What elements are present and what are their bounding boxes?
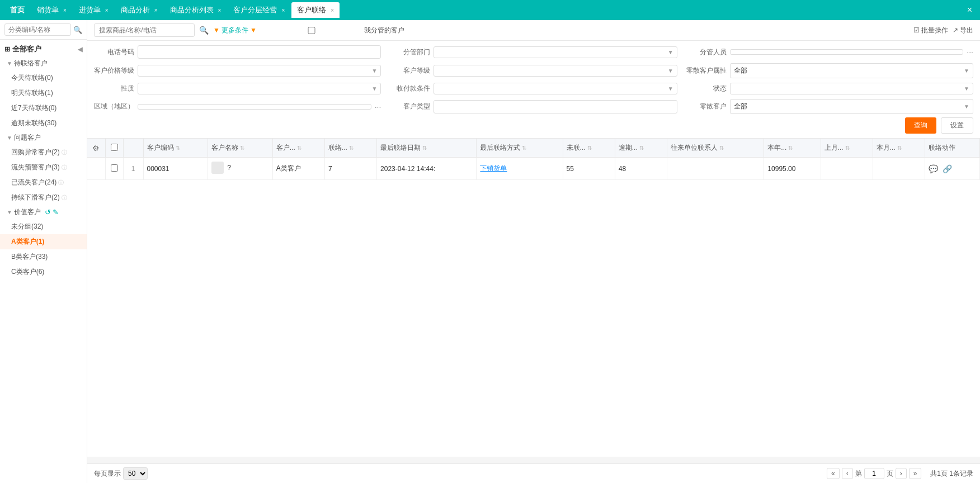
nav-product-analysis[interactable]: 商品分析 × [115,2,163,18]
last-page-button[interactable]: » [909,468,922,479]
sort-uncontacted-icon[interactable]: ⇅ [587,145,592,151]
sort-contact-icon[interactable]: ⇅ [349,145,354,151]
more-filter-button[interactable]: ▼ 更多条件 ▼ [213,26,257,35]
filter-bar-right: ☑ 批量操作 ↗ 导出 [913,26,973,35]
sidebar-search-icon[interactable]: 🔍 [73,26,82,34]
nav-sales-order[interactable]: 销货单 × [31,2,72,18]
sidebar-item-tomorrow-contact[interactable]: 明天待联络(1) [0,86,87,101]
sort-overdue-icon[interactable]: ⇅ [639,145,644,151]
close-all-button[interactable]: × [964,5,976,15]
sort-last-method-icon[interactable]: ⇅ [522,145,526,151]
page-number-input[interactable] [864,468,884,479]
arrow-down-icon: ▼ [7,60,12,67]
prev-page-button[interactable]: ‹ [842,468,853,479]
first-page-button[interactable]: « [827,468,840,479]
page-size-select[interactable]: 50 [123,467,148,480]
customer-name-cell: ? [211,162,231,174]
sidebar-item-7days-contact[interactable]: 近7天待联络(0) [0,101,87,116]
sidebar-group-pending-contact[interactable]: ▼ 待联络客户 [0,56,87,70]
filter-status-select[interactable]: ▼ [730,83,973,94]
sidebar-item-a-class[interactable]: A类客户(1) [0,234,87,249]
sidebar: 🔍 ⊞ 全部客户 ◀ ▼ 待联络客户 今天待联络(0) 明天待联络(1) 近7天… [0,20,87,483]
chevron-down-status: ▼ [964,86,969,92]
filter-price-level: 客户价格等级 ▼ [94,63,381,78]
th-level: 客户... ⇅ [272,139,324,158]
next-page-button[interactable]: › [896,468,907,479]
filter-manager-select[interactable] [730,49,964,55]
sort-contacts-icon[interactable]: ⇅ [719,145,724,151]
sidebar-item-repurchase-abnormal[interactable]: 回购异常客户(2) ⓘ [0,145,87,160]
filter-dept-select[interactable]: ▼ [434,46,677,58]
table-gear-icon[interactable]: ⚙ [92,144,100,153]
filter-retail-attr-select[interactable]: 全部 ▼ [730,63,973,78]
filter-status-label: 状态 [686,84,727,93]
link-action-icon[interactable]: 🔗 [943,164,952,173]
nav-product-analysis-list[interactable]: 商品分析列表 × [164,2,227,18]
message-action-icon[interactable]: 💬 [929,164,938,173]
export-icon: ↗ [953,26,958,34]
select-all-checkbox[interactable] [111,144,118,151]
horizontal-scrollbar[interactable] [87,457,980,463]
sidebar-item-churn-warning[interactable]: 流失预警客户(3) ⓘ [0,160,87,175]
td-contact: 7 [324,158,376,180]
th-checkbox [105,139,123,158]
sort-this-year-icon[interactable]: ⇅ [788,145,793,151]
action-icons: 💬 🔗 [929,164,976,173]
td-contacts [667,158,764,180]
filter-phone-input[interactable] [138,45,381,59]
my-customer-checkbox[interactable]: 我分管的客户 [261,26,404,35]
td-last-method: 下销货单 [477,158,563,180]
collapse-sidebar-button[interactable]: ◀ [78,46,82,53]
sort-code-icon[interactable]: ⇅ [176,145,180,151]
filter-retail-customer-select[interactable]: 全部 ▼ [730,99,973,114]
nav-customer-tier[interactable]: 客户分层经营 × [228,2,290,18]
close-customer-tier-icon[interactable]: × [281,7,285,13]
customer-avatar [211,162,224,174]
filter-manager-dots[interactable]: ··· [967,48,973,56]
filter-region-select[interactable] [138,104,371,110]
sidebar-item-b-class[interactable]: B类客户(33) [0,249,87,264]
sidebar-item-c-class[interactable]: C类客户(6) [0,264,87,280]
sidebar-item-declining[interactable]: 持续下滑客户(2) ⓘ [0,190,87,205]
sidebar-item-churned[interactable]: 已流失客户(24) ⓘ [0,175,87,190]
sidebar-item-today-contact[interactable]: 今天待联络(0) [0,70,87,86]
filter-payment-select[interactable]: ▼ [434,83,677,94]
query-button[interactable]: 查询 [905,117,936,134]
filter-customer-level-select[interactable]: ▼ [434,65,677,77]
sort-name-icon[interactable]: ⇅ [240,145,244,151]
nav-customer-contact[interactable]: 客户联络 × [291,2,340,18]
nav-purchase-order[interactable]: 进货单 × [73,2,114,18]
close-purchase-order-icon[interactable]: × [105,7,109,13]
filter-nature-select[interactable]: ▼ [138,83,381,94]
nav-home[interactable]: 首页 [4,2,30,18]
sidebar-group-problem-customers[interactable]: ▼ 问题客户 [0,131,87,145]
sort-last-date-icon[interactable]: ⇅ [422,145,427,151]
sort-last-month-icon[interactable]: ⇅ [845,145,850,151]
search-input[interactable] [94,23,195,37]
info-icon-3: ⓘ [58,179,64,187]
export-button[interactable]: ↗ 导出 [953,26,973,35]
close-sales-order-icon[interactable]: × [63,7,67,13]
my-customer-check[interactable] [261,27,362,34]
last-method-link[interactable]: 下销货单 [480,164,507,172]
sort-level-icon[interactable]: ⇅ [297,145,301,151]
filter-price-level-select[interactable]: ▼ [138,65,381,77]
sort-this-month-icon[interactable]: ⇅ [897,145,902,151]
search-button[interactable]: 🔍 [199,26,209,35]
sidebar-search-input[interactable] [4,23,71,36]
row-checkbox[interactable] [111,164,118,172]
filter-region-dots[interactable]: ··· [375,102,381,111]
setting-button[interactable]: 设置 [941,117,973,134]
th-gear: ⚙ [87,139,105,158]
sidebar-item-overdue-contact[interactable]: 逾期未联络(30) [0,116,87,131]
filter-customer-type-input[interactable] [434,100,677,113]
refresh-icon[interactable]: ↺ [45,208,51,216]
close-customer-contact-icon[interactable]: × [331,7,334,13]
close-product-analysis-icon[interactable]: × [154,7,158,13]
edit-group-icon[interactable]: ✎ [53,208,59,216]
close-product-analysis-list-icon[interactable]: × [218,7,222,13]
batch-operation-button[interactable]: ☑ 批量操作 [913,26,948,35]
sidebar-group-value-customers[interactable]: ▼ 价值客户 ↺ ✎ [0,205,87,219]
sidebar-item-unclassified[interactable]: 未分组(32) [0,219,87,234]
filters-grid: 电话号码 分管部门 ▼ 分管人员 ··· [94,45,973,114]
